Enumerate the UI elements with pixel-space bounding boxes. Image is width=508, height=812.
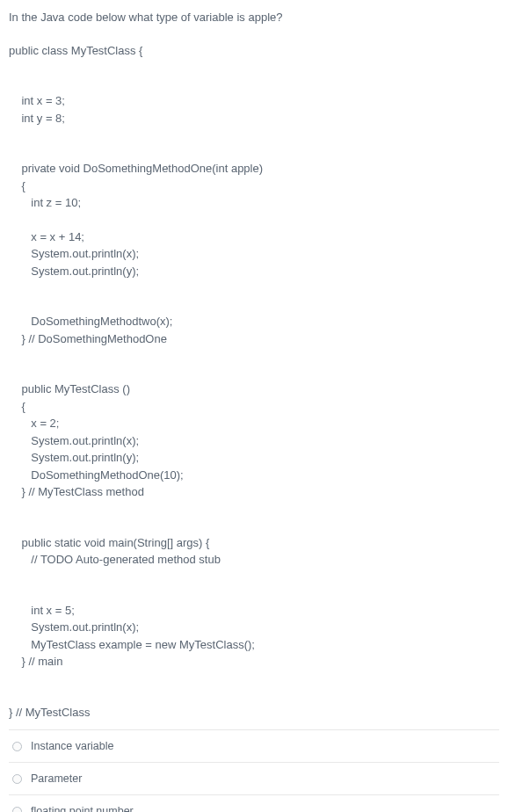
code-line: DoSomethingMethodOne(10); <box>9 467 499 484</box>
code-line: { <box>9 398 499 416</box>
radio-icon <box>12 742 22 751</box>
code-line: public class MyTestClass { <box>9 42 499 60</box>
code-line: } // MyTestClass <box>9 704 499 721</box>
code-line: int z = 10; <box>9 194 499 212</box>
code-line: MyTestClass example = new MyTestClass(); <box>9 636 499 654</box>
code-line: int x = 3; <box>9 92 499 110</box>
option-b[interactable]: Parameter <box>9 762 499 794</box>
code-line: // TODO Auto-generated method stub <box>9 551 499 569</box>
code-line: x = x + 14; <box>9 228 499 246</box>
option-c[interactable]: floating point number <box>9 794 499 812</box>
code-line: x = 2; <box>9 415 499 432</box>
code-line: public MyTestClass () <box>9 381 499 398</box>
code-line: private void DoSomethingMethodOne(int ap… <box>9 160 499 178</box>
code-line: { <box>9 178 499 195</box>
option-a[interactable]: Instance variable <box>9 729 499 762</box>
option-label: Instance variable <box>31 740 114 752</box>
option-label: Parameter <box>31 772 82 785</box>
code-line: } // MyTestClass method <box>9 483 499 501</box>
code-block: public class MyTestClass { int x = 3; in… <box>9 42 499 721</box>
code-line: int y = 8; <box>9 110 499 127</box>
code-line: DoSomethingMethodtwo(x); <box>9 313 499 330</box>
code-line: } // DoSomethingMethodOne <box>9 330 499 348</box>
code-line: System.out.println(y); <box>9 449 499 467</box>
code-line: System.out.println(x); <box>9 432 499 450</box>
question-prompt: In the Java code below what type of vari… <box>9 9 499 26</box>
code-line: public static void main(String[] args) { <box>9 534 499 552</box>
code-line: System.out.println(x); <box>9 619 499 636</box>
code-line: System.out.println(x); <box>9 245 499 263</box>
radio-icon <box>12 807 22 813</box>
option-label: floating point number <box>31 805 134 812</box>
radio-icon <box>12 774 22 784</box>
code-line: } // main <box>9 653 499 671</box>
code-line: System.out.println(y); <box>9 263 499 280</box>
code-line: int x = 5; <box>9 602 499 620</box>
answer-options: Instance variable Parameter floating poi… <box>9 729 499 812</box>
